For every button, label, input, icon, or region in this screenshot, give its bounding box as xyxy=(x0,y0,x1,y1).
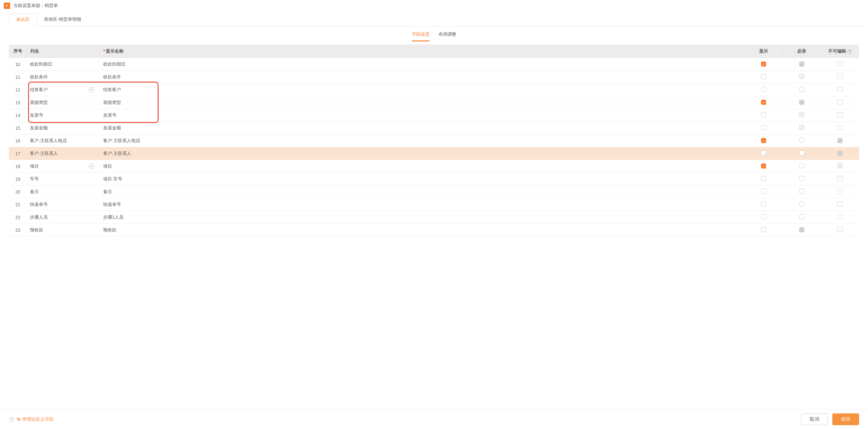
row-colname: 备注 xyxy=(27,185,100,198)
row-seq: 12 xyxy=(9,84,27,96)
required-checkbox xyxy=(799,100,804,105)
required-checkbox[interactable] xyxy=(799,214,804,219)
show-checkbox[interactable] xyxy=(761,227,766,232)
readonly-checkbox[interactable] xyxy=(837,189,842,194)
table-row: 14发票号发票号 xyxy=(9,109,859,122)
row-colname: 收款条件 xyxy=(27,71,100,84)
show-checkbox[interactable] xyxy=(761,189,766,194)
tab-header-area[interactable]: 表头区 xyxy=(9,13,37,26)
show-checkbox[interactable] xyxy=(761,214,766,219)
required-checkbox[interactable] xyxy=(799,201,804,206)
col-header-name: 列名 xyxy=(27,45,100,58)
show-checkbox[interactable] xyxy=(761,112,766,117)
row-seq: 19 xyxy=(9,173,27,185)
colname-label: 收款到期日 xyxy=(30,61,52,67)
required-checkbox[interactable] xyxy=(799,189,804,194)
table-row: 18项目+项目 xyxy=(9,160,859,173)
table-row: 13票据类型票据类型 xyxy=(9,96,859,109)
row-display-name[interactable]: 客户.主联系人 xyxy=(100,147,744,160)
show-checkbox[interactable] xyxy=(761,164,766,169)
sub-tab-field-settings[interactable]: 字段设置 xyxy=(412,32,430,41)
row-display-name[interactable]: 票据类型 xyxy=(100,96,744,109)
show-checkbox[interactable] xyxy=(761,74,766,79)
row-seq: 14 xyxy=(9,109,27,122)
readonly-checkbox[interactable] xyxy=(837,112,842,117)
row-colname: 票据类型 xyxy=(27,96,100,109)
row-display-name[interactable]: 备注 xyxy=(100,185,744,198)
row-seq: 21 xyxy=(9,198,27,211)
colname-label: 发票金额 xyxy=(30,125,48,131)
col-header-readonly: 不可编辑? xyxy=(821,45,859,58)
table-row: 12结算客户+结算客户 xyxy=(9,84,859,96)
readonly-checkbox[interactable] xyxy=(837,125,842,130)
readonly-checkbox[interactable] xyxy=(837,87,842,92)
colname-label: 结算客户 xyxy=(30,87,48,93)
row-display-name[interactable]: 项目 xyxy=(100,160,744,173)
help-icon[interactable]: ? xyxy=(847,49,852,54)
row-display-name[interactable]: 收款条件 xyxy=(100,71,744,84)
required-checkbox[interactable] xyxy=(799,150,804,155)
show-checkbox[interactable] xyxy=(761,125,766,130)
row-display-name[interactable]: 预收款 xyxy=(100,224,744,236)
tab-body-area[interactable]: 表体区-销货单明细 xyxy=(37,13,88,26)
row-display-name[interactable]: 快递单号 xyxy=(100,198,744,211)
readonly-checkbox[interactable] xyxy=(837,214,842,219)
colname-label: 项目 xyxy=(30,164,39,169)
readonly-checkbox[interactable] xyxy=(837,99,842,105)
field-table: 序号 列名 *显示名称 显示 必录 不可编辑? 10收款到期日收款到期日11收款… xyxy=(9,45,859,236)
row-display-name[interactable]: 步骤1人员 xyxy=(100,211,744,224)
row-display-name[interactable]: 收款到期日 xyxy=(100,58,744,71)
show-checkbox[interactable] xyxy=(761,201,766,206)
required-checkbox xyxy=(799,112,804,117)
row-colname: 预收款 xyxy=(27,224,100,236)
required-checkbox[interactable] xyxy=(799,176,804,181)
row-seq: 15 xyxy=(9,122,27,135)
row-display-name[interactable]: 发票号 xyxy=(100,109,744,122)
row-colname: 发票号 xyxy=(27,109,100,122)
show-checkbox[interactable] xyxy=(761,100,766,105)
readonly-checkbox[interactable] xyxy=(837,176,842,181)
colname-label: 客户.主联系人电话 xyxy=(30,138,67,144)
readonly-checkbox[interactable] xyxy=(837,227,842,232)
row-display-name[interactable]: 项目.车号 xyxy=(100,173,744,185)
row-colname: 快递单号 xyxy=(27,198,100,211)
required-checkbox xyxy=(799,74,804,79)
colname-label: 车号 xyxy=(30,176,39,182)
row-colname: 结算客户+ xyxy=(27,84,100,96)
col-header-display: *显示名称 xyxy=(100,45,744,58)
row-display-name[interactable]: 发票金额 xyxy=(100,122,744,135)
row-display-name[interactable]: 客户.主联系人电话 xyxy=(100,135,744,147)
readonly-checkbox[interactable] xyxy=(837,61,842,66)
readonly-checkbox[interactable] xyxy=(837,74,842,79)
readonly-checkbox[interactable] xyxy=(837,201,842,206)
sub-tabs: 字段设置 布局调整 xyxy=(0,26,868,41)
row-seq: 11 xyxy=(9,71,27,84)
required-checkbox xyxy=(799,61,804,67)
row-seq: 17 xyxy=(9,147,27,160)
row-seq: 10 xyxy=(9,58,27,71)
required-checkbox[interactable] xyxy=(799,87,804,92)
colname-label: 客户.主联系人 xyxy=(30,151,58,156)
row-seq: 22 xyxy=(9,211,27,224)
row-display-name[interactable]: 结算客户 xyxy=(100,84,744,96)
add-child-button[interactable]: + xyxy=(89,87,94,93)
required-star-icon: * xyxy=(103,49,105,54)
expand-panel-icon[interactable] xyxy=(4,3,10,9)
row-colname: 车号 xyxy=(27,173,100,185)
sub-tab-layout-adjust[interactable]: 布局调整 xyxy=(438,32,456,41)
show-checkbox[interactable] xyxy=(761,176,766,181)
required-checkbox[interactable] xyxy=(799,138,804,143)
table-row: 22步骤人员步骤1人员 xyxy=(9,211,859,224)
show-checkbox[interactable] xyxy=(761,61,766,67)
col-header-seq: 序号 xyxy=(9,45,27,58)
add-child-button[interactable]: + xyxy=(89,164,94,169)
required-checkbox[interactable] xyxy=(799,163,804,168)
show-checkbox[interactable] xyxy=(761,150,766,155)
show-checkbox[interactable] xyxy=(761,138,766,143)
row-colname: 客户.主联系人电话 xyxy=(27,135,100,147)
col-header-required: 必录 xyxy=(783,45,821,58)
row-seq: 23 xyxy=(9,224,27,236)
table-row: 17客户.主联系人客户.主联系人 xyxy=(9,147,859,160)
show-checkbox[interactable] xyxy=(761,87,766,92)
row-colname: 步骤人员 xyxy=(27,211,100,224)
